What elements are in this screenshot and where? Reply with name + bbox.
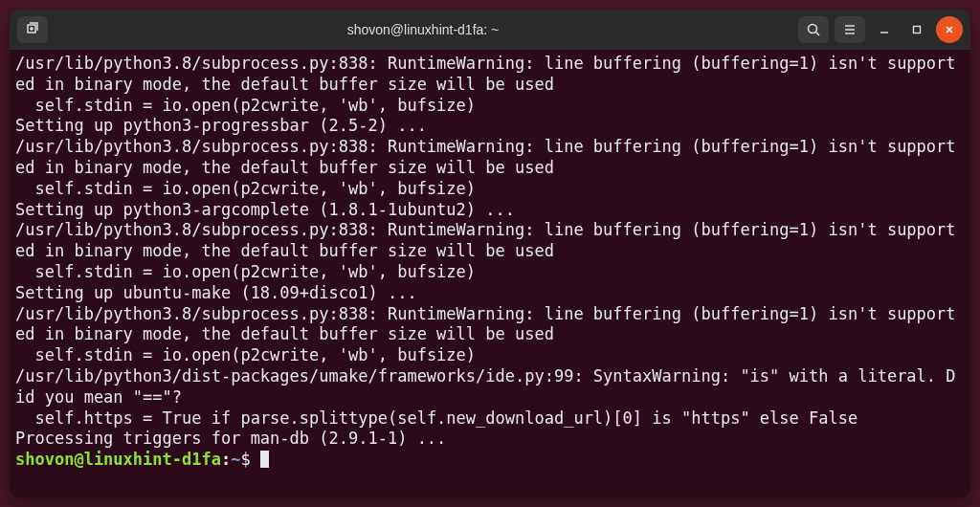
close-button[interactable] (936, 16, 963, 43)
maximize-icon (911, 24, 923, 35)
maximize-button[interactable] (903, 16, 930, 43)
terminal-output-line: /usr/lib/python3/dist-packages/umake/fra… (15, 366, 956, 407)
terminal-output-line: /usr/lib/python3.8/subprocess.py:838: Ru… (15, 220, 956, 260)
terminal-output-line: Setting up python3-progressbar (2.5-2) .… (15, 116, 427, 135)
prompt-user-host: shovon@linuxhint-d1fa (15, 450, 221, 469)
prompt-symbol: $ (240, 450, 250, 469)
titlebar-right (798, 16, 963, 43)
terminal-output-line: self.stdin = io.open(p2cwrite, 'wb', buf… (15, 262, 476, 281)
terminal-output-line: self.stdin = io.open(p2cwrite, 'wb', buf… (15, 96, 476, 115)
cursor (260, 451, 269, 468)
svg-rect-6 (914, 27, 921, 33)
terminal-window: shovon@linuxhint-d1fa: ~ /usr/lib/python… (10, 10, 970, 497)
new-tab-button[interactable] (17, 16, 48, 43)
close-icon (944, 24, 955, 35)
terminal-output-line: self.stdin = io.open(p2cwrite, 'wb', buf… (15, 345, 476, 364)
terminal-output-line: /usr/lib/python3.8/subprocess.py:838: Ru… (15, 304, 956, 344)
terminal-output-line: self.stdin = io.open(p2cwrite, 'wb', buf… (15, 179, 476, 198)
terminal-output-line: Setting up python3-argcomplete (1.8.1-1u… (15, 200, 515, 219)
new-tab-icon (25, 22, 40, 37)
terminal-output-line: /usr/lib/python3.8/subprocess.py:838: Ru… (15, 137, 956, 177)
search-button[interactable] (798, 16, 829, 43)
svg-point-0 (809, 25, 817, 33)
hamburger-icon (842, 22, 858, 37)
terminal-output-line: self.https = True if parse.splittype(sel… (15, 408, 858, 428)
terminal-body[interactable]: /usr/lib/python3.8/subprocess.py:838: Ru… (10, 50, 970, 497)
titlebar: shovon@linuxhint-d1fa: ~ (10, 10, 970, 50)
terminal-output-line: Processing triggers for man-db (2.9.1-1)… (15, 429, 446, 448)
terminal-output-line: /usr/lib/python3.8/subprocess.py:838: Ru… (15, 54, 956, 94)
prompt-colon: : (221, 450, 231, 469)
terminal-output-line: Setting up ubuntu-make (18.09+disco1) ..… (15, 283, 417, 302)
minimize-icon (879, 24, 890, 35)
search-icon (806, 22, 821, 37)
prompt-path: ~ (231, 450, 240, 469)
svg-line-1 (816, 33, 820, 36)
menu-button[interactable] (835, 16, 865, 43)
window-title: shovon@linuxhint-d1fa: ~ (54, 22, 792, 37)
minimize-button[interactable] (871, 16, 898, 43)
